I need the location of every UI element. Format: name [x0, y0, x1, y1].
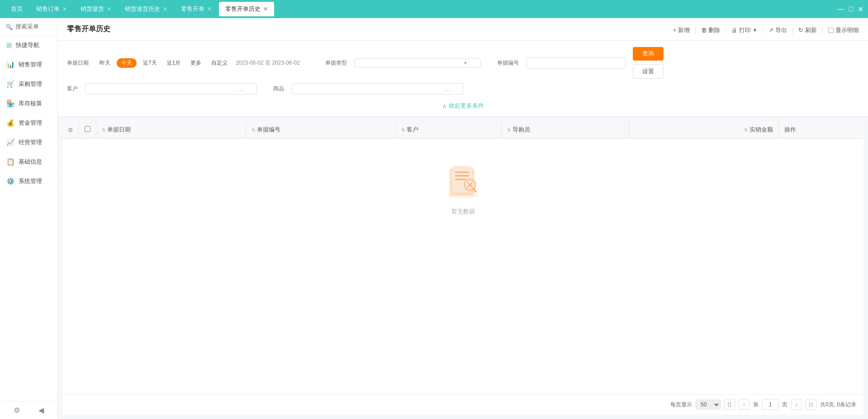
empty-text: 暂无数据 — [451, 207, 475, 216]
sidebar-item-base-info[interactable]: 📋 基础信息 — [0, 152, 57, 172]
close-tab-sales-return-history[interactable]: ✕ — [163, 6, 167, 12]
setting-button[interactable]: 设置 — [633, 64, 664, 79]
th-checkbox[interactable] — [79, 121, 96, 139]
tab-home[interactable]: 首页 — [5, 2, 29, 16]
table-wrapper: ⚙ ⇅ 单据日期 — [62, 121, 863, 394]
checkbox-icon — [828, 28, 834, 33]
delete-label: 🗑 删除 — [701, 26, 721, 34]
page-first-btn[interactable]: ⟨⟨ — [724, 399, 735, 410]
collapse-label: 收起更多条件 — [449, 102, 484, 110]
sidebar-bottom: ⚙ ◀ — [0, 401, 57, 419]
sidebar-item-finance[interactable]: 💰 资金管理 — [0, 113, 57, 133]
page-prev-btn[interactable]: ‹ — [739, 399, 749, 410]
bill-no-input[interactable] — [526, 57, 626, 69]
sidebar-settings-icon[interactable]: ⚙ — [14, 406, 20, 414]
query-button[interactable]: 查询 — [633, 47, 664, 61]
refresh-button[interactable]: ↻ 刷新 — [798, 26, 817, 34]
add-button[interactable]: + 新增 — [673, 26, 690, 34]
th-date-label: 单据日期 — [107, 126, 131, 134]
gear-icon[interactable]: ⚙ — [68, 127, 73, 133]
sidebar-label-inventory: 库存核算 — [19, 99, 42, 108]
customer-label: 客户 — [67, 85, 78, 93]
th-gear[interactable]: ⚙ — [62, 121, 79, 139]
close-tab-sales-return[interactable]: ✕ — [107, 6, 111, 12]
page-next-btn[interactable]: › — [791, 399, 802, 410]
tab-retail-open[interactable]: 零售开单 ✕ — [175, 2, 218, 16]
delete-button[interactable]: 🗑 删除 — [701, 26, 721, 34]
date-btn-more[interactable]: 更多 — [187, 58, 205, 68]
sidebar-item-inventory[interactable]: 🏪 库存核算 — [0, 94, 57, 113]
sidebar-item-purchase-mgmt[interactable]: 🛒 采购管理 — [0, 75, 57, 94]
display-detail-button[interactable]: 显示明细 — [828, 26, 859, 34]
tab-bar: 首页 销售订单 ✕ 销货退货 ✕ 销货退货历史 ✕ 零售开单 ✕ 零售开单历史 … — [5, 0, 274, 18]
tab-sales-return[interactable]: 销货退货 ✕ — [74, 2, 118, 16]
th-customer: ⇅ 客户 — [395, 121, 501, 139]
close-btn-window[interactable]: ✕ — [858, 5, 863, 14]
page-input[interactable] — [762, 399, 778, 410]
th-date: ⇅ 单据日期 — [96, 121, 246, 139]
sidebar-item-sys-mgmt[interactable]: ⚙️ 系统管理 — [0, 172, 57, 191]
bill-type-select[interactable]: ▼ — [354, 58, 481, 68]
th-amount-sort[interactable]: ⇅ 实销金额 — [635, 126, 773, 134]
th-guide: ⇅ 导购员 — [501, 121, 629, 139]
page-last-btn[interactable]: ⟩⟩ — [806, 399, 816, 410]
date-btn-last7[interactable]: 近7天 — [139, 58, 161, 68]
page-header: 零售开单历史 + 新增 🗑 删除 🖨 打印 ▼ ↗ 导出 — [58, 18, 868, 41]
goods-input[interactable]: ... — [291, 83, 463, 94]
sort-arrows-amount: ⇅ — [744, 127, 748, 132]
th-no-sort[interactable]: ⇅ 单据编号 — [251, 126, 390, 134]
bill-no-label: 单据编号 — [497, 59, 519, 67]
close-tab-sales-order[interactable]: ✕ — [62, 6, 67, 12]
sys-mgmt-icon: ⚙️ — [6, 177, 15, 185]
sidebar-label-base-info: 基础信息 — [19, 158, 42, 166]
bill-type-label: 单据类型 — [325, 59, 347, 67]
collapse-row[interactable]: ∧ 收起更多条件 — [67, 99, 859, 110]
page-label: 第 — [753, 401, 759, 409]
refresh-icon: ↻ — [798, 27, 803, 33]
th-amount: ⇅ 实销金额 — [629, 121, 779, 139]
search-icon: 🔍 — [5, 24, 13, 30]
filter-area: 单据日期 昨天 今天 近7天 近1月 更多 自定义 2023-06-02 至 2… — [58, 41, 868, 117]
close-tab-retail-history[interactable]: ✕ — [263, 6, 268, 12]
tab-sales-order[interactable]: 销售订单 ✕ — [30, 2, 73, 16]
filter-dates: 昨天 今天 近7天 近1月 更多 自定义 2023-06-02 至 2023-0… — [96, 58, 300, 68]
date-btn-today[interactable]: 今天 — [117, 58, 137, 68]
sidebar-search[interactable]: 🔍 搜索采单 — [0, 18, 57, 36]
sidebar-item-operations[interactable]: 📈 经营管理 — [0, 133, 57, 152]
th-date-sort[interactable]: ⇅ 单据日期 — [102, 126, 240, 134]
table-area: ⚙ ⇅ 单据日期 — [62, 121, 863, 414]
select-all-checkbox[interactable] — [85, 126, 90, 132]
print-button[interactable]: 🖨 打印 ▼ — [731, 26, 757, 34]
date-btn-yesterday[interactable]: 昨天 — [96, 58, 114, 68]
customer-input[interactable]: ... — [85, 83, 257, 94]
date-btn-custom[interactable]: 自定义 — [208, 58, 231, 68]
divider-3 — [763, 27, 763, 34]
close-tab-retail-open[interactable]: ✕ — [207, 6, 212, 12]
toolbar: + 新增 🗑 删除 🖨 打印 ▼ ↗ 导出 ↻ — [673, 26, 859, 39]
per-page-label: 每页显示 — [670, 401, 692, 409]
minimize-btn[interactable]: — — [837, 5, 844, 13]
goods-label: 商品 — [273, 85, 284, 93]
inventory-icon: 🏪 — [6, 99, 15, 108]
operations-icon: 📈 — [6, 138, 15, 146]
goods-ellipsis: ... — [445, 85, 450, 92]
export-button[interactable]: ↗ 导出 — [768, 26, 787, 34]
th-customer-sort[interactable]: ⇅ 客户 — [401, 126, 496, 134]
sidebar-item-quick-nav[interactable]: ⊞ 快捷导航 — [0, 36, 57, 55]
sort-arrows-customer: ⇅ — [401, 127, 405, 132]
tab-sales-return-history[interactable]: 销货退货历史 ✕ — [119, 2, 174, 16]
search-label: 搜索采单 — [15, 23, 39, 31]
tab-retail-history[interactable]: 零售开单历史 ✕ — [219, 2, 274, 16]
sidebar-collapse-icon[interactable]: ◀ — [38, 406, 44, 414]
pagination: 每页显示 50 20 100 ⟨⟨ ‹ 第 页 › ⟩⟩ 共0页, 0条记录 — [62, 394, 863, 414]
per-page-select[interactable]: 50 20 100 — [696, 400, 721, 410]
th-no: ⇅ 单据编号 — [246, 121, 395, 139]
restore-btn[interactable]: □ — [849, 5, 853, 13]
filter-row-1: 单据日期 昨天 今天 近7天 近1月 更多 自定义 2023-06-02 至 2… — [67, 47, 859, 79]
sidebar-item-sales-mgmt[interactable]: 📊 销售管理 — [0, 55, 57, 75]
date-btn-last1m[interactable]: 近1月 — [163, 58, 185, 68]
sidebar-label-sales-mgmt: 销售管理 — [19, 61, 42, 69]
th-guide-sort[interactable]: ⇅ 导购员 — [507, 126, 623, 134]
add-label: + 新增 — [673, 26, 690, 34]
page-title: 零售开单历史 — [67, 24, 110, 40]
